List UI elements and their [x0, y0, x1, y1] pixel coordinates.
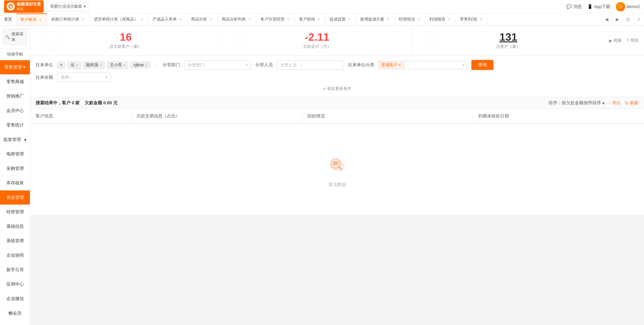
tab-profit-report-close[interactable]: ×	[447, 17, 452, 22]
person-filter-select[interactable]: 分管人员 ···	[277, 61, 344, 70]
department-filter-label: 分管部门	[163, 62, 180, 68]
query-btn[interactable]: 查询	[471, 60, 493, 70]
quick-nav-btn[interactable]: 快捷导航	[0, 49, 30, 60]
logo-icon: 畅	[7, 2, 15, 10]
result-actions: 排序：按欠款金额倒序排序 ▾ ↑ 导出 ↻ 刷新	[549, 100, 639, 106]
tab-business-status[interactable]: 经营情况 ×	[395, 13, 425, 26]
tab-retail-profit-close[interactable]: ×	[479, 17, 483, 22]
help-icon: ?	[627, 38, 629, 43]
sidebar-item-new-guide[interactable]: 新手引导	[0, 263, 30, 277]
account-selector[interactable]: 母婴行业演示账套 ▾	[46, 2, 89, 11]
collapse-up-icon: ∧	[323, 86, 326, 91]
topbar-right: 💬 消息 📱 App下载 D demo2	[566, 2, 640, 11]
sidebar-item-purchase[interactable]: 采购管理	[0, 161, 30, 176]
sidebar-item-retail-mall[interactable]: 零售商城	[0, 75, 30, 89]
message-icon: 💬	[566, 4, 572, 9]
chevron-down-icon: ▾	[84, 4, 86, 9]
tab-inbound-stats-close[interactable]: ×	[139, 17, 144, 22]
sidebar-item-inventory[interactable]: 库存核算	[0, 176, 30, 190]
tab-customer-contact[interactable]: 客户联络 ×	[295, 13, 326, 26]
app-download-btn[interactable]: 📱 App下载	[587, 4, 610, 10]
sidebar-item-wholesale[interactable]: 批发管理 ▾	[0, 133, 30, 147]
sidebar-item-vip-member[interactable]: 畅会员	[0, 306, 30, 321]
sidebar-item-marketing[interactable]: 营销推广	[0, 89, 30, 104]
sidebar-item-operations[interactable]: 经营管理	[0, 205, 30, 219]
sidebar-item-enterprise-wechat[interactable]: 企业微信	[0, 292, 30, 306]
tab-customer-book-close[interactable]: ×	[38, 17, 43, 22]
sidebar-item-member[interactable]: 会员中心	[0, 104, 30, 118]
sidebar-item-enterprise-collab[interactable]: 企业协同	[0, 248, 30, 263]
tab-product-analysis-list[interactable]: 商品分析列表 ×	[218, 13, 256, 26]
unit-tag-wu[interactable]: 伍 ×	[68, 61, 81, 69]
tab-promotion-settings[interactable]: 提成设置 ×	[326, 13, 356, 26]
unit-tag-wu-remove[interactable]: ×	[76, 63, 78, 67]
sidebar-item-retail-stats[interactable]: 零售统计	[0, 118, 30, 133]
tab-promotion-settings-close[interactable]: ×	[347, 17, 352, 22]
category-filter-select[interactable]: 普通客户 × ▾	[378, 61, 467, 69]
tab-new-promotion-plan-close[interactable]: ×	[386, 17, 390, 22]
tab-home[interactable]: 首页	[0, 13, 16, 26]
sidebar-item-app-center[interactable]: 应用中心	[0, 277, 30, 292]
tab-product-analysis-close[interactable]: ×	[209, 17, 213, 22]
tab-retail-profit-label: 零售利润(	[460, 16, 477, 22]
tab-scroll-right[interactable]: ▶	[612, 13, 622, 26]
sidebar-item-new-guide-label: 新手引导	[6, 267, 24, 272]
sidebar-item-basic-info-label: 基础信息	[6, 224, 24, 229]
sidebar-item-purchase-label: 采购管理	[6, 166, 24, 171]
person-more-icon[interactable]: ···	[299, 63, 305, 67]
tab-new-promotion-plan[interactable]: 新增提成方案 ×	[356, 13, 395, 26]
category-tag-remove[interactable]: ×	[399, 63, 401, 67]
unit-tag-all[interactable]: ×	[57, 62, 66, 68]
unit-tag-chen-remove[interactable]: ×	[99, 63, 101, 67]
unit-tag-wang[interactable]: 王小亮 ×	[107, 61, 128, 69]
help-btn[interactable]: ? 帮助	[627, 38, 639, 43]
tab-customer-segmentation[interactable]: 客户分层经营 ×	[256, 13, 295, 26]
tab-product-analysis[interactable]: 商品分析 ×	[187, 13, 218, 26]
tab-fullscreen[interactable]: ⤢	[633, 13, 644, 26]
sidebar-item-finance[interactable]: 资金管理	[0, 190, 30, 205]
video-label: 视频	[613, 38, 621, 43]
messages-btn[interactable]: 💬 消息	[566, 4, 582, 10]
sidebar-item-retail[interactable]: 零售管理 ▾	[0, 60, 30, 75]
category-arrow-icon: ▾	[460, 63, 467, 67]
credit-customers-label: 总欠款客户（家）	[110, 44, 142, 49]
tab-scroll-left[interactable]: ◀	[601, 13, 612, 26]
export-btn[interactable]: ↑ 导出	[609, 100, 621, 106]
collapse-btn[interactable]: ∧ 收起更多条件	[321, 84, 353, 93]
tab-inbound-stats[interactable]: 进货单统计表（按商品） ×	[90, 13, 148, 26]
sidebar-item-ecommerce[interactable]: 电商管理	[0, 147, 30, 161]
user-profile-btn[interactable]: D demo2	[616, 2, 640, 11]
tab-product-inbound-close[interactable]: ×	[178, 17, 183, 22]
tabbar: 首页 客户账本 × 采购订单统计表 × 进货单统计表（按商品） × 产成品入库单…	[0, 13, 644, 26]
tab-customer-book[interactable]: 客户账本 ×	[16, 13, 47, 26]
department-filter-select[interactable]: 分管部门 ▾	[184, 61, 251, 70]
tab-retail-profit[interactable]: 零售利润( ×	[456, 13, 488, 26]
tab-purchase-order-stats[interactable]: 采购订单统计表 ×	[47, 13, 90, 26]
tab-expand[interactable]: ⊡	[622, 13, 633, 26]
total-customers-bg-icon	[423, 30, 443, 51]
tab-customer-segmentation-label: 客户分层经营	[260, 16, 285, 22]
tab-profit-report-label: 利润报告	[429, 16, 445, 22]
balance-filter-select[interactable]: 选择... ▾	[57, 73, 111, 82]
sort-btn[interactable]: 排序：按欠款金额倒序排序 ▾	[549, 100, 605, 106]
tab-business-status-close[interactable]: ×	[416, 17, 421, 22]
refresh-btn[interactable]: ↻ 刷新	[625, 100, 639, 106]
search-menu-btn[interactable]: 🔍 搜索菜单	[3, 29, 27, 45]
unit-tag-chen[interactable]: 陈民强 ×	[83, 61, 104, 69]
tab-product-inbound[interactable]: 产成品入库单 ×	[148, 13, 187, 26]
tab-customer-segmentation-close[interactable]: ×	[286, 17, 291, 22]
tab-promotion-settings-label: 提成设置	[330, 16, 346, 22]
tab-profit-report[interactable]: 利润报告 ×	[425, 13, 456, 26]
sidebar-item-system[interactable]: 系统管理	[0, 234, 30, 248]
sidebar-item-basic-info[interactable]: 基础信息	[0, 219, 30, 234]
unit-tag-cjttcw-remove[interactable]: ×	[145, 63, 147, 67]
unit-tag-cjttcw[interactable]: cjttcw ×	[130, 62, 150, 68]
category-search-input[interactable]	[404, 62, 460, 68]
tab-product-analysis-list-close[interactable]: ×	[247, 17, 252, 22]
sort-arrow-icon: ▾	[602, 101, 605, 106]
unit-more-btn[interactable]: ···	[152, 63, 159, 68]
video-btn[interactable]: ▶ 视频	[609, 38, 621, 43]
unit-tag-wang-remove[interactable]: ×	[123, 63, 125, 67]
tab-customer-contact-close[interactable]: ×	[316, 17, 321, 22]
tab-purchase-order-close[interactable]: ×	[81, 17, 85, 22]
